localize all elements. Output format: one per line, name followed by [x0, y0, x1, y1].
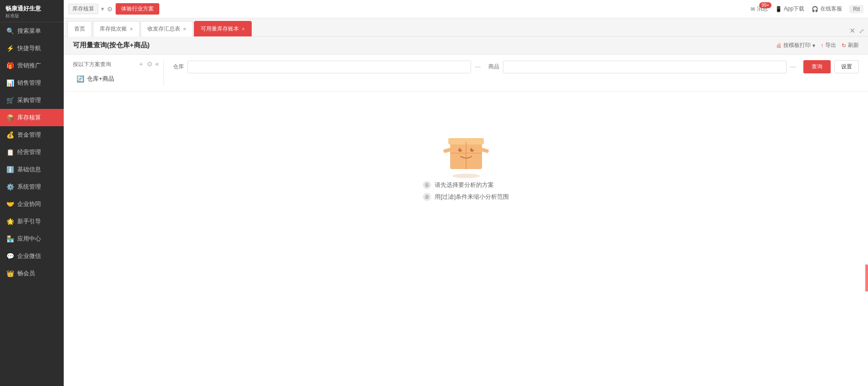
query-button[interactable]: 查询 [803, 60, 831, 73]
sidebar-item-label: 企业协同 [17, 200, 41, 208]
refresh-button[interactable]: ↻ 刷新 [842, 41, 859, 49]
app-download-button[interactable]: 📱 App下载 [775, 5, 804, 13]
sidebar-item-label: 企业微信 [17, 252, 41, 260]
scroll-indicator[interactable] [865, 264, 868, 292]
svg-point-6 [460, 149, 462, 150]
header-right: ✉ 消息 99+ 📱 App下载 🎧 在线客服 Rit [751, 5, 863, 13]
scheme-collapse-icon[interactable]: « [155, 60, 159, 68]
tab-home[interactable]: 首页 [67, 21, 92, 36]
export-button[interactable]: ↑ 导出 [821, 41, 836, 49]
print-dropdown-icon[interactable]: ▾ [812, 42, 815, 49]
empty-svg [443, 128, 489, 178]
sidebar-item-search[interactable]: 🔍 搜索菜单 [0, 22, 64, 40]
shortcut-icon: ⚡ [6, 45, 14, 52]
product-label: 商品 [488, 63, 499, 71]
sidebar-item-appstore[interactable]: 🏪 应用中心 [0, 230, 64, 247]
scheme-panel-title: 按以下方案查询 [73, 61, 111, 68]
hint-text-2: 用[过滤]条件来缩小分析范围 [435, 193, 509, 201]
hint-text-1: 请先选择要分析的方案 [435, 181, 494, 189]
tab-available-close[interactable]: × [242, 26, 245, 32]
svg-point-7 [472, 149, 473, 150]
sidebar-item-inventory[interactable]: 📦 库存核算 [0, 109, 64, 126]
main-area: 库存核算 ▾ ⚙ 体验行业方案 ✉ 消息 99+ 📱 App下载 🎧 在线客服 [64, 0, 868, 386]
finance-icon: 💰 [6, 131, 14, 139]
refresh-label: 刷新 [848, 41, 859, 49]
sidebar-item-purchase[interactable]: 🛒 采购管理 [0, 92, 64, 109]
sidebar-item-label: 采购管理 [17, 96, 41, 104]
filter-row: 仓库 ··· 商品 ··· 查询 设置 [173, 60, 859, 73]
service-icon: 🎧 [812, 6, 818, 12]
product-field: 商品 ··· [488, 61, 797, 73]
breadcrumb: 库存核算 [68, 4, 98, 14]
sidebar-item-wechat[interactable]: 💬 企业微信 [0, 247, 64, 265]
sidebar-item-shortcut[interactable]: ⚡ 快捷导航 [0, 40, 64, 57]
content-area: 可用量查询(按仓库+商品) 🖨 按模板打印 ▾ ↑ 导出 ↻ 刷新 [64, 36, 868, 386]
newbie-icon: 🌟 [6, 218, 14, 225]
sidebar-item-enterprise[interactable]: 🤝 企业协同 [0, 196, 64, 213]
enterprise-icon: 🤝 [6, 201, 14, 208]
dropdown-icon[interactable]: ▾ [101, 5, 104, 12]
empty-illustration [443, 128, 489, 174]
operations-icon: 📋 [6, 149, 14, 156]
sidebar-item-system[interactable]: ⚙️ 系统管理 [0, 178, 64, 196]
tab-summary[interactable]: 收发存汇总表 × [141, 21, 193, 36]
sidebar-item-basic[interactable]: ℹ️ 基础信息 [0, 161, 64, 178]
refresh-icon: ↻ [842, 42, 846, 49]
tab-batch-close[interactable]: × [130, 26, 133, 32]
tabs-expand-icon[interactable]: ⤢ [859, 27, 864, 35]
member-icon: 👑 [6, 270, 14, 277]
message-icon: ✉ [751, 6, 755, 12]
scheme-settings-icon[interactable]: ⊙ [147, 60, 152, 68]
export-label: 导出 [825, 41, 836, 49]
sidebar-item-label: 畅会员 [17, 269, 35, 278]
sidebar-item-sales[interactable]: 📊 销售管理 [0, 74, 64, 92]
sidebar-item-finance[interactable]: 💰 资金管理 [0, 126, 64, 144]
trial-button[interactable]: 体验行业方案 [116, 3, 159, 15]
wechat-icon: 💬 [6, 252, 14, 260]
customer-service-button[interactable]: 🎧 在线客服 [812, 5, 842, 13]
sidebar-item-marketing[interactable]: 🎁 营销推广 [0, 57, 64, 74]
warehouse-input[interactable] [188, 61, 471, 73]
scheme-add-icon[interactable]: ＋ [138, 60, 144, 68]
sidebar-item-newbie[interactable]: 🌟 新手引导 [0, 213, 64, 230]
print-button[interactable]: 🖨 按模板打印 ▾ [776, 41, 815, 49]
product-input[interactable] [503, 61, 787, 73]
logo-title: 畅康通好生意 [5, 5, 58, 13]
sidebar-item-label: 经营管理 [17, 148, 41, 156]
tab-summary-close[interactable]: × [183, 26, 186, 32]
header-left: 库存核算 ▾ ⚙ 体验行业方案 [68, 3, 159, 15]
sidebar-item-member[interactable]: 👑 畅会员 [0, 265, 64, 282]
tab-batch[interactable]: 库存批次账 × [93, 21, 140, 36]
purchase-icon: 🛒 [6, 97, 14, 104]
tabs-actions: ✕ ⤢ [849, 26, 864, 36]
page-header: 可用量查询(按仓库+商品) 🖨 按模板打印 ▾ ↑ 导出 ↻ 刷新 [64, 36, 868, 55]
warehouse-more-icon[interactable]: ··· [475, 63, 481, 71]
sidebar-item-operations[interactable]: 📋 经营管理 [0, 144, 64, 161]
print-label: 按模板打印 [783, 41, 811, 49]
message-badge: 99+ [759, 2, 772, 8]
empty-state: ① 请先选择要分析的方案 ② 用[过滤]条件来缩小分析范围 [64, 92, 868, 237]
sales-icon: 📊 [6, 79, 14, 87]
tab-available[interactable]: 可用量库存账本 × [194, 21, 252, 36]
svg-point-10 [452, 174, 480, 178]
gear-icon[interactable]: ⚙ [107, 5, 113, 13]
hint-num-2: ② [423, 193, 431, 201]
hint-num-1: ① [423, 181, 431, 189]
settings-button[interactable]: 设置 [834, 60, 859, 73]
empty-hint-1: ① 请先选择要分析的方案 [423, 181, 509, 189]
user-menu[interactable]: Rit [849, 5, 863, 13]
product-more-icon[interactable]: ··· [790, 63, 796, 71]
empty-hints: ① 请先选择要分析的方案 ② 用[过滤]条件来缩小分析范围 [423, 181, 509, 201]
sidebar-item-label: 基础信息 [17, 165, 41, 174]
message-button[interactable]: ✉ 消息 99+ [751, 5, 768, 13]
sidebar-logo: 畅康通好生意 标准版 [0, 0, 64, 22]
tabs-close-all-icon[interactable]: ✕ [849, 26, 855, 35]
scheme-item-warehouse-product[interactable]: 🔄 仓库+商品 [73, 72, 159, 86]
sidebar-item-label: 搜索菜单 [17, 27, 41, 35]
app-label: App下载 [784, 5, 804, 13]
sidebar-item-label: 新手引导 [17, 217, 41, 226]
filter-area: 仓库 ··· 商品 ··· 查询 设置 [164, 60, 859, 86]
sidebar-item-label: 销售管理 [17, 79, 41, 87]
filter-actions: 查询 设置 [803, 60, 859, 73]
scheme-panel-header: 按以下方案查询 ＋ ⊙ « [73, 60, 159, 68]
